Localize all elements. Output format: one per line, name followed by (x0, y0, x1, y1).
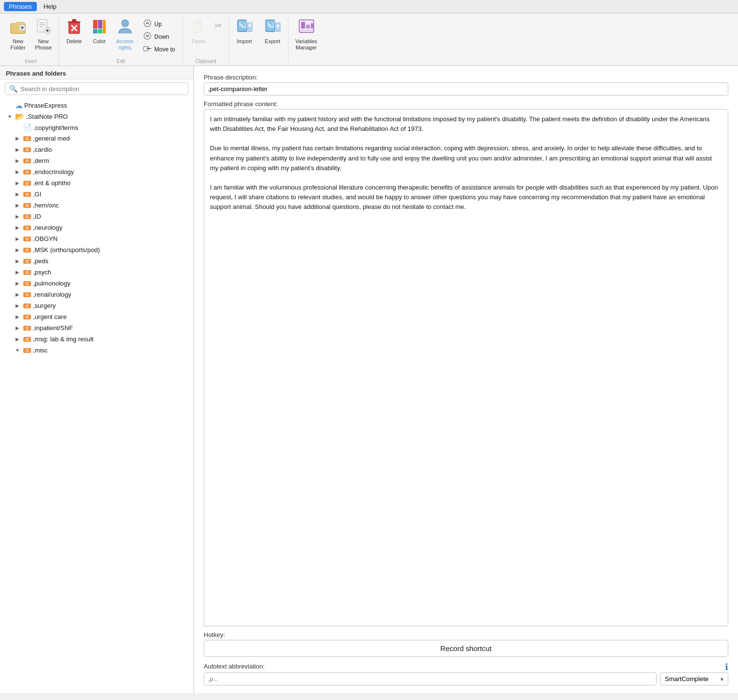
tree-item-ent-ophtho[interactable]: ▶ ,ent & ophtho (0, 177, 193, 189)
new-phrase-icon (35, 18, 51, 37)
chevron-msk: ▶ (14, 247, 21, 253)
paste-button[interactable]: Paste (186, 16, 210, 46)
color-button[interactable]: Color (87, 16, 112, 46)
tree-item-urgent-care[interactable]: ▶ ,urgent care (0, 311, 193, 322)
tree-item-pulmonology[interactable]: ▶ ,pulmonology (0, 278, 193, 289)
edit-stacked-group: Up Down Move to (138, 16, 180, 57)
paste-icon (190, 18, 207, 37)
move-to-button[interactable]: Move to (140, 43, 178, 55)
chevron-peds: ▶ (14, 258, 21, 264)
tree-item-neurology[interactable]: ▶ ,neurology (0, 222, 193, 233)
tree-item-renal-urology[interactable]: ▶ ,renal/urology (0, 289, 193, 300)
folder-eye-icon-obgyn (23, 234, 32, 243)
menu-phrases[interactable]: Phrases (4, 2, 37, 11)
chevron-surgery: ▶ (14, 303, 21, 308)
delete-button[interactable]: Delete (62, 16, 86, 46)
svg-point-62 (27, 205, 28, 207)
tree-item-msk[interactable]: ▶ ,MSK (ortho/sports/pod) (0, 244, 193, 255)
toolbar-group-insert: NewFolder NewPhrase Insert (3, 16, 59, 65)
tree-label-surgery: ,surgery (33, 302, 56, 309)
variables-manager-button[interactable]: VariablesManager (291, 16, 321, 52)
menu-help[interactable]: Help (39, 2, 62, 11)
svg-rect-19 (98, 29, 102, 33)
hotkey-label: Hotkey: (204, 631, 728, 638)
autotext-label-row: Autotext abbreviation: ℹ (204, 662, 728, 672)
tree-item-general-med[interactable]: ▶ ,general med (0, 133, 193, 144)
tree-label-urgent-care: ,urgent care (33, 313, 66, 320)
svg-point-71 (27, 239, 28, 240)
tree-item-surgery[interactable]: ▶ ,surgery (0, 300, 193, 311)
tree-item-copyright[interactable]: 📄 ,copyright/terms (0, 122, 193, 133)
svg-point-65 (27, 216, 28, 218)
tree-label-general-med: ,general med (33, 135, 70, 142)
tree-item-statnote[interactable]: ▼ 📂 ,StatNote PRO (0, 111, 193, 122)
edit-group-label: Edit (59, 59, 183, 64)
svg-rect-17 (98, 20, 102, 29)
tree-item-derm[interactable]: ▶ ,derm (0, 155, 193, 166)
chevron-pulmonology: ▶ (14, 281, 21, 286)
tree-label-hem-onc: ,hem/onc (33, 202, 59, 209)
export-button[interactable]: Export (260, 16, 285, 46)
tree-item-id[interactable]: ▶ ,ID (0, 211, 193, 222)
folder-eye-icon-peds (23, 256, 32, 266)
tree-item-peds[interactable]: ▶ ,peds (0, 255, 193, 267)
svg-point-101 (27, 350, 28, 351)
formatted-content-label: Formatted phrase content: (204, 100, 728, 108)
tree-label-msg-lab-img: ,msg: lab & img result (33, 335, 94, 343)
cut-button[interactable]: ✂ (211, 18, 225, 33)
tree-item-obgyn[interactable]: ▶ ,OBGYN (0, 233, 193, 244)
tree-item-misc[interactable]: ▼ ,misc (0, 345, 193, 356)
tree-item-endocrinology[interactable]: ▶ ,endocrinology (0, 166, 193, 177)
record-shortcut-button[interactable]: Record shortcut (204, 640, 728, 657)
phrase-paragraph-1: I am intimately familiar with my patient… (210, 114, 722, 134)
down-icon (143, 32, 152, 41)
svg-point-89 (27, 305, 28, 307)
info-icon[interactable]: ℹ (725, 662, 728, 672)
tree-item-msg-lab-img[interactable]: ▶ ,msg: lab & img result (0, 334, 193, 345)
import-button[interactable]: Import (232, 16, 257, 46)
svg-rect-18 (93, 29, 97, 33)
up-button[interactable]: Up (140, 18, 178, 30)
tree-item-phraseexpress[interactable]: ☁ PhraseExpress (0, 100, 193, 111)
folder-eye-icon-pulmonology (23, 279, 32, 288)
tree-label-misc: ,misc (33, 347, 48, 354)
phrase-description-input[interactable] (204, 82, 728, 95)
svg-point-22 (144, 20, 151, 27)
tree-label-ent-ophtho: ,ent & ophtho (33, 179, 70, 187)
cloud-icon: ☁ (15, 101, 23, 110)
autotext-input[interactable] (204, 672, 657, 685)
search-input[interactable] (20, 85, 184, 93)
folder-eye-icon-inpatient (23, 323, 32, 333)
folder-eye-icon-psych (23, 268, 32, 277)
smartcomplete-select[interactable]: SmartComplete Instant Defined length (660, 672, 728, 685)
tree-label-inpatient-snf: ,inpatient/SNF (33, 324, 73, 332)
main-layout: Phrases and folders 🔍 ☁ PhraseExpress ▼ … (0, 66, 738, 693)
tree-item-inpatient-snf[interactable]: ▶ ,inpatient/SNF (0, 322, 193, 334)
new-folder-label: NewFolder (10, 38, 25, 51)
tree-item-gi[interactable]: ▶ ,GI (0, 189, 193, 200)
phrase-content-box[interactable]: I am intimately familiar with my patient… (204, 109, 728, 626)
new-phrase-button[interactable]: NewPhrase (31, 16, 56, 52)
tree-item-hem-onc[interactable]: ▶ ,hem/onc (0, 200, 193, 211)
new-folder-button[interactable]: NewFolder (6, 16, 30, 52)
svg-point-83 (27, 283, 28, 285)
tree-item-cardio[interactable]: ▶ ,cardio (0, 144, 193, 155)
tree-label-gi: ,GI (33, 191, 41, 198)
svg-point-56 (27, 183, 28, 184)
down-label: Down (154, 33, 169, 40)
folder-eye-icon-general-med (23, 134, 32, 143)
tree-label-renal-urology: ,renal/urology (33, 291, 71, 298)
phrase-description-label: Phrase description: (204, 74, 728, 81)
folder-eye-icon-msg (23, 334, 32, 344)
cut-icon: ✂ (214, 20, 223, 32)
phrase-tree: ☁ PhraseExpress ▼ 📂 ,StatNote PRO 📄 ,cop… (0, 98, 193, 693)
tree-label-msk: ,MSK (ortho/sports/pod) (33, 246, 100, 254)
down-button[interactable]: Down (140, 31, 178, 43)
folder-eye-icon-neurology (23, 223, 32, 232)
chevron-hem-onc: ▶ (14, 203, 21, 208)
tree-label-peds: ,peds (33, 257, 48, 265)
tree-item-psych[interactable]: ▶ ,psych (0, 267, 193, 278)
sidebar: Phrases and folders 🔍 ☁ PhraseExpress ▼ … (0, 66, 194, 693)
access-rights-button[interactable]: Accessrights (112, 16, 137, 52)
svg-point-21 (122, 20, 128, 27)
